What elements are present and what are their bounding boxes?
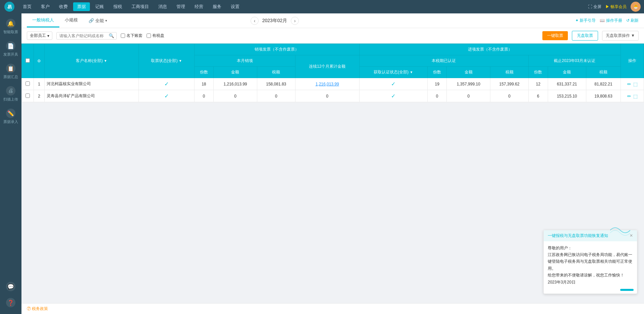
row-sales-amount-0: 1,216,013.99 xyxy=(214,78,257,90)
employee-select-label: 全部员工 xyxy=(30,33,46,39)
tab-allmighty-label: 🔗 xyxy=(89,18,94,23)
invoice-table-wrap: ⚙ 客户名称(全部) ▼ 取票状态(全部) ▼ 销项发票（不含作废票） 进项发票… xyxy=(21,44,644,102)
th-uncert-tax: 税额 xyxy=(586,67,621,78)
sidebar-item-invoice-open[interactable]: 📄 发票开具 xyxy=(1,39,20,60)
row-checkbox-0[interactable] xyxy=(25,81,30,86)
nav-item-operation[interactable]: 经营 xyxy=(191,2,207,11)
bottom-bar: ⑦ 税务政策 xyxy=(21,303,644,314)
nav-item-fee[interactable]: 收费 xyxy=(55,2,72,11)
checkbox-tax-disk[interactable]: 有税盘 xyxy=(147,33,164,39)
beginner-guide-button[interactable]: ✦ 新手引导 xyxy=(575,18,596,23)
row-uncert-tax-0: 81,822.21 xyxy=(586,78,621,90)
row-uncert-amount-0: 631,337.21 xyxy=(548,78,586,90)
row-fetch-status-0: ✓ xyxy=(139,78,194,90)
row-actions-1: ✏ ⬚ xyxy=(621,90,644,102)
scan-upload-icon: 🖨 xyxy=(6,86,15,96)
tax-policy-link[interactable]: ⑦ 税务政策 xyxy=(27,306,48,312)
nav-item-message[interactable]: 消息 xyxy=(154,2,171,11)
checkbox-under-name[interactable]: 名下账套 xyxy=(121,33,143,39)
popup-body: 尊敬的用户： 江苏政务网已恢访问电子税务局功能，易代账一键登陆电子税务局与无盘取… xyxy=(544,241,637,289)
row-cert-tax-0: 157,399.62 xyxy=(490,78,529,90)
sub-tabs-right-actions: ✦ 新手引导 📖 操作手册 ↺ 刷新 xyxy=(575,18,639,23)
prev-month-button[interactable]: ‹ xyxy=(251,17,259,25)
user-avatar[interactable]: 🐣 xyxy=(631,2,641,12)
row-cumulative-0: 1,216,013.99 xyxy=(295,78,359,90)
checkbox-tax-disk-input[interactable] xyxy=(147,34,151,38)
fullscreen-button[interactable]: ⛶ 全屏 xyxy=(588,4,601,10)
row-actions-0: ✏ ⬚ xyxy=(621,78,644,90)
row-num-0: 1 xyxy=(34,78,45,90)
cumulative-link-1: 0 xyxy=(326,94,328,99)
current-month: 2023年02月 xyxy=(261,18,288,24)
one-click-fetch-button[interactable]: 一键取票 xyxy=(542,31,568,40)
checkbox-under-name-label: 名下账套 xyxy=(126,33,143,39)
edit-icon-1[interactable]: ✏ xyxy=(627,93,631,99)
th-sales-count: 份数 xyxy=(194,67,214,78)
row-checkbox-1[interactable] xyxy=(25,93,30,98)
sidebar-item-help[interactable]: ❓ xyxy=(1,295,20,310)
sidebar-item-label: 票据录入 xyxy=(3,119,18,124)
row-cert-status-0: ✓ xyxy=(359,78,427,90)
filter-icon[interactable]: ▼ xyxy=(179,59,182,63)
next-month-button[interactable]: › xyxy=(291,17,299,25)
th-cumulative12: 连续12个月累计金额 xyxy=(295,55,359,78)
popup-close-button[interactable]: ✕ xyxy=(630,233,633,238)
row-uncert-amount-1: 153,215.10 xyxy=(548,90,586,102)
sidebar-item-ticket-summary[interactable]: 📋 票据汇总 xyxy=(1,61,20,82)
nav-item-service[interactable]: 服务 xyxy=(209,2,225,11)
diskless-fetch-button[interactable]: 无盘取票 xyxy=(572,31,598,41)
row-checkbox-cell xyxy=(22,90,34,102)
ticket-summary-icon: 📋 xyxy=(6,64,15,73)
tab-small-scale[interactable]: 小规模 xyxy=(59,14,83,27)
diskless-fetch-dropdown-button[interactable]: 无盘取票操作 ▼ xyxy=(602,31,639,41)
feedback-icon: 💬 xyxy=(6,282,15,291)
th-input-certified: 本税期已认证 xyxy=(359,55,528,67)
nav-item-manage[interactable]: 管理 xyxy=(172,2,189,11)
refresh-button[interactable]: ↺ 刷新 xyxy=(626,18,639,23)
tab-general-taxpayer[interactable]: 一般纳税人 xyxy=(27,14,59,27)
row-sales-tax-1: 0 xyxy=(257,90,295,102)
member-button[interactable]: ▶ 畅享会员 xyxy=(605,4,627,10)
table-row: 2 灵寿县尚泽矿产品有限公司 ✓ 0 0 0 0 ✓ 0 0 0 6 153,2… xyxy=(22,90,644,102)
sidebar-item-scan-upload[interactable]: 🖨 扫描上传 xyxy=(1,83,20,105)
checkbox-under-name-input[interactable] xyxy=(121,34,125,38)
nav-item-ticket[interactable]: 票据 xyxy=(73,2,90,11)
filter-icon[interactable]: ▼ xyxy=(410,70,413,74)
nav-item-settings[interactable]: 设置 xyxy=(227,2,244,11)
sidebar-item-ticket-entry[interactable]: ✏️ 票据录入 xyxy=(1,106,20,127)
search-icon: 🔍 xyxy=(109,33,114,38)
search-input[interactable] xyxy=(56,32,117,40)
tab-allmighty[interactable]: 🔗 全能 ▾ xyxy=(83,14,112,27)
fetch-status-icon: ✓ xyxy=(164,93,169,99)
filter-bar: 全部员工 ▾ 🔍 名下账套 有税盘 一键取票 无盘取票 无盘取票操作 ▼ xyxy=(21,28,644,44)
nav-item-accounting[interactable]: 记账 xyxy=(91,2,108,11)
nav-item-tax[interactable]: 报税 xyxy=(109,2,126,11)
row-sales-tax-0: 158,081.83 xyxy=(257,78,295,90)
nav-item-business[interactable]: 工商项目 xyxy=(127,2,153,11)
popup-scrollbar[interactable] xyxy=(620,289,634,291)
th-settings: ⚙ xyxy=(34,44,45,78)
sidebar-item-label: 票据汇总 xyxy=(3,74,18,79)
manual-button[interactable]: 📖 操作手册 xyxy=(600,18,622,23)
smart-ticket-icon: 🔔 xyxy=(6,19,15,28)
th-input-uncertified: 截止2023年03月未认证 xyxy=(529,55,621,67)
row-cert-amount-1: 0 xyxy=(447,90,490,102)
nav-item-home[interactable]: 首页 xyxy=(19,2,36,11)
sidebar-item-feedback[interactable]: 💬 xyxy=(1,279,20,294)
view-icon-1[interactable]: ⬚ xyxy=(633,93,638,99)
sidebar-item-label: 发票开具 xyxy=(3,52,18,57)
sidebar-item-smart-ticket[interactable]: 🔔 智能取票 xyxy=(1,16,20,37)
edit-icon-0[interactable]: ✏ xyxy=(627,81,631,87)
nav-item-customer[interactable]: 客户 xyxy=(37,2,54,11)
cert-status-icon: ✓ xyxy=(391,93,395,99)
th-uncert-amount: 金额 xyxy=(548,67,586,78)
view-icon-0[interactable]: ⬚ xyxy=(633,81,638,87)
select-all-checkbox[interactable] xyxy=(25,58,30,63)
ticket-entry-icon: ✏️ xyxy=(6,109,15,118)
row-cert-count-1: 0 xyxy=(427,90,447,102)
employee-select[interactable]: 全部员工 ▾ xyxy=(27,32,52,40)
filter-icon[interactable]: ▼ xyxy=(104,59,107,63)
svg-text:易: 易 xyxy=(7,4,12,9)
cumulative-link-0[interactable]: 1,216,013.99 xyxy=(316,82,339,86)
logo: 易 xyxy=(3,1,15,13)
